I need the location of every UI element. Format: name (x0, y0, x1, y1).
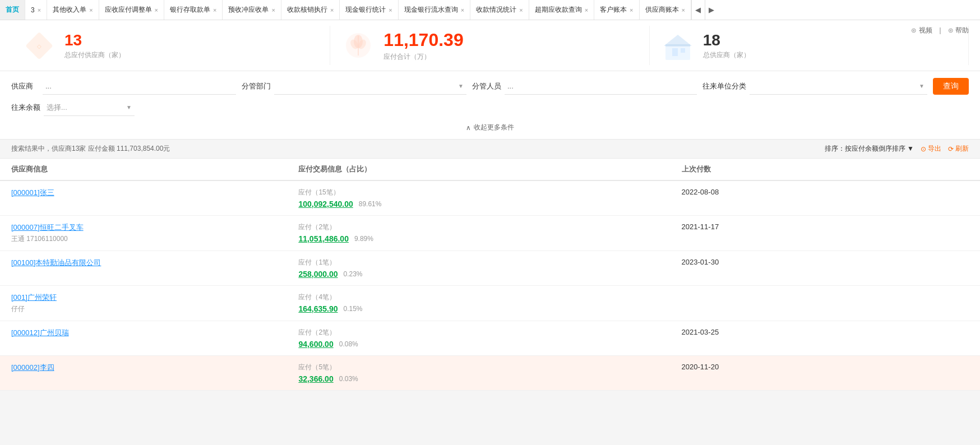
wheat-icon (341, 29, 375, 62)
svg-rect-11 (665, 44, 690, 47)
supplier-link-6[interactable]: [000002]李四 (11, 363, 54, 372)
category-select[interactable]: ▼ (750, 78, 927, 95)
supplier-input[interactable] (43, 78, 236, 95)
nav-tab-customer-ledger-close[interactable]: × (630, 7, 633, 13)
dept-dropdown-icon: ▼ (458, 83, 464, 89)
svg-rect-9 (672, 48, 678, 56)
collapse-arrow-icon: ∧ (466, 124, 471, 132)
nav-tab-supplier-ledger-label: 供应商账本 (645, 5, 679, 15)
nav-tab-overdue-close[interactable]: × (585, 7, 588, 13)
export-button[interactable]: ⊙ 导出 (921, 144, 941, 154)
nav-next-arrow[interactable]: ▶ (705, 0, 718, 20)
transaction-amount-6[interactable]: 32,366.00 (298, 374, 333, 383)
stat-payable-suppliers-content: 13 总应付供应商（家） (64, 31, 125, 61)
nav-tab-other-income-close[interactable]: × (89, 7, 93, 13)
search-button[interactable]: 查询 (933, 78, 969, 95)
transaction-label-4: 应付（4笔） (298, 293, 681, 302)
last-payment-date-1: 2022-08-08 (682, 188, 719, 196)
supplier-col-1: [000001]张三 (11, 188, 298, 198)
transaction-col-3: 应付（1笔） 258,000.00 0.23% (298, 258, 681, 279)
nav-prev-arrow[interactable]: ◀ (691, 0, 705, 20)
nav-tab-bank-close[interactable]: × (213, 7, 216, 13)
nav-tab-supplier-ledger-close[interactable]: × (682, 7, 685, 13)
results-bar: 搜索结果中，供应商13家 应付金额 111,703,854.00元 排序：按应付… (0, 140, 980, 159)
table-row: [000001]张三 应付（15笔） 100,092,540.00 89.61%… (0, 181, 980, 216)
collapse-button[interactable]: ∧ 收起更多条件 (11, 120, 969, 135)
nav-tab-home[interactable]: 首页 (0, 0, 25, 20)
supplier-link-2[interactable]: [000007]恒旺二手叉车 (11, 223, 84, 231)
filter-area: 供应商 分管部门 ▼ 分管人员 往来单位分类 ▼ 查询 往来余额 选择 (0, 71, 980, 140)
nav-tab-supplier-ledger[interactable]: 供应商账本 × (640, 0, 691, 20)
transaction-col-1: 应付（15笔） 100,092,540.00 89.61% (298, 188, 681, 208)
supplier-link-3[interactable]: [00100]本特勤油品有限公司 (11, 258, 101, 267)
transaction-amount-1[interactable]: 100,092,540.00 (298, 200, 353, 208)
table-row: [000012]广州贝瑞 应付（2笔） 94,600.00 0.08% 2021… (0, 321, 980, 356)
nav-tab-3-close[interactable]: × (38, 7, 41, 13)
nav-tab-ar-adjustment[interactable]: 应收应付调整单 × (99, 0, 164, 20)
payable-suppliers-number: 13 (64, 31, 125, 50)
nav-tab-prepay-close[interactable]: × (271, 7, 275, 13)
nav-tab-overdue-label: 超期应收款查询 (535, 5, 582, 15)
video-link[interactable]: ⊙ 视频 (911, 26, 932, 35)
payable-suppliers-label: 总应付供应商（家） (64, 50, 125, 60)
nav-tab-bank-label: 银行存取款单 (170, 5, 210, 15)
store-icon (661, 29, 695, 62)
nav-tab-bank[interactable]: 银行存取款单 × (164, 0, 223, 20)
transaction-amount-4[interactable]: 164,635.90 (298, 304, 338, 313)
nav-tab-3[interactable]: 3 × (25, 0, 47, 20)
transaction-pct-2: 9.89% (354, 235, 373, 243)
table-row: [001]广州荣轩 仔仔 应付（4笔） 164,635.90 0.15% (0, 286, 980, 321)
nav-tab-home-label: 首页 (6, 5, 19, 15)
transaction-amount-2[interactable]: 11,051,486.00 (298, 234, 349, 243)
total-suppliers-label: 总供应商（家） (703, 50, 750, 60)
balance-label: 往来余额 (11, 103, 40, 113)
supplier-col-3: [00100]本特勤油品有限公司 (11, 258, 298, 268)
last-payment-col-3: 2023-01-30 (682, 258, 969, 266)
results-summary: 搜索结果中，供应商13家 应付金额 111,703,854.00元 (11, 144, 170, 154)
dept-select[interactable]: ▼ (274, 78, 466, 95)
nav-tab-cash-stat-close[interactable]: × (389, 7, 392, 13)
transaction-pct-5: 0.08% (339, 340, 358, 348)
nav-tab-receipt-stat-label: 收款情况统计 (476, 5, 516, 15)
sort-label[interactable]: 排序：按应付余额倒序排序 ▼ (825, 144, 914, 154)
stats-bar: ◇ 13 总应付供应商（家） 11,170.39 应付合计（万） (0, 20, 980, 71)
table-row: [00100]本特勤油品有限公司 应付（1笔） 258,000.00 0.23%… (0, 251, 980, 286)
payable-total-number: 11,170.39 (383, 29, 463, 50)
transaction-amount-3[interactable]: 258,000.00 (298, 270, 338, 279)
help-link[interactable]: ⊙ 帮助 (948, 26, 969, 35)
supplier-col-6: [000002]李四 (11, 363, 298, 373)
transaction-col-5: 应付（2笔） 94,600.00 0.08% (298, 328, 681, 349)
transaction-label-1: 应付（15笔） (298, 188, 681, 197)
last-payment-col-6: 2020-11-20 (682, 363, 969, 371)
nav-tab-cash-flow[interactable]: 现金银行流水查询 × (399, 0, 470, 20)
export-icon: ⊙ (921, 145, 926, 153)
transaction-label-6: 应付（5笔） (298, 363, 681, 372)
transaction-pct-1: 89.61% (359, 200, 382, 208)
nav-tab-receipt-stat-close[interactable]: × (519, 7, 523, 13)
nav-tab-customer-ledger[interactable]: 客户账本 × (594, 0, 639, 20)
supplier-link-4[interactable]: [001]广州荣轩 (11, 293, 57, 302)
table-header: 供应商信息 应付交易信息（占比） 上次付数 (0, 159, 980, 181)
transaction-amount-5[interactable]: 94,600.00 (298, 340, 333, 349)
supplier-label: 供应商 (11, 81, 39, 91)
filter-balance: 往来余额 选择... ▼ (11, 99, 135, 116)
nav-tab-other-income[interactable]: 其他收入单 × (47, 0, 99, 20)
stat-payable-total: 11,170.39 应付合计（万） (330, 26, 649, 65)
filter-supplier: 供应商 (11, 78, 236, 95)
nav-tab-receipt[interactable]: 收款核销执行 × (281, 0, 340, 20)
supplier-col-2: [000007]恒旺二手叉车 王通 17106110000 (11, 222, 298, 244)
nav-tab-cash-stat[interactable]: 现金银行统计 × (340, 0, 398, 20)
supplier-sub-2: 王通 17106110000 (11, 234, 298, 244)
supplier-link-5[interactable]: [000012]广州贝瑞 (11, 328, 69, 337)
nav-tab-receipt-stat[interactable]: 收款情况统计 × (470, 0, 529, 20)
person-input[interactable] (505, 78, 697, 95)
nav-tab-prepay[interactable]: 预收冲应收单 × (223, 0, 281, 20)
transaction-pct-3: 0.23% (343, 270, 362, 278)
supplier-link-1[interactable]: [000001]张三 (11, 188, 54, 197)
nav-tab-receipt-close[interactable]: × (330, 7, 334, 13)
nav-tab-cash-flow-close[interactable]: × (461, 7, 464, 13)
refresh-button[interactable]: ⟳ 刷新 (948, 144, 969, 154)
nav-tab-overdue[interactable]: 超期应收款查询 × (529, 0, 594, 20)
nav-tab-ar-adjustment-close[interactable]: × (155, 7, 158, 13)
balance-select[interactable]: 选择... ▼ (44, 99, 135, 116)
